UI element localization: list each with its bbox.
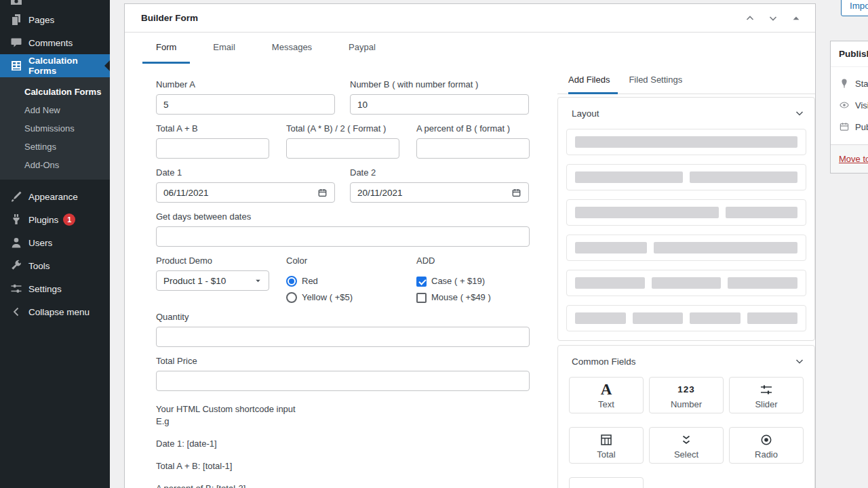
layout-option-wide-narrow[interactable] xyxy=(566,199,806,226)
submenu-item-submissions[interactable]: Submissions xyxy=(0,119,110,138)
calendar-picker-icon[interactable] xyxy=(511,188,521,198)
import-button[interactable]: Import xyxy=(841,0,868,16)
help-line: A percent of B: [total-3] xyxy=(156,483,530,488)
date-1-label: Date 1 xyxy=(156,167,335,178)
percent-b-label: A percent of B ( format ) xyxy=(416,123,530,134)
submenu-item-calculation-forms[interactable]: Calculation Forms xyxy=(0,83,110,101)
layout-option-3col[interactable] xyxy=(566,270,806,296)
tab-messages[interactable]: Messages xyxy=(258,33,326,64)
radio-option-label: Red xyxy=(302,276,318,287)
visibility-label: Visibility: xyxy=(855,100,868,110)
move-down-button[interactable] xyxy=(764,9,783,28)
number-a-value: 5 xyxy=(163,100,169,110)
sidebar-item-comments[interactable]: Comments xyxy=(0,31,110,54)
pages-icon xyxy=(9,13,23,26)
checkbox-icon[interactable] xyxy=(416,293,427,303)
layout-column-bar xyxy=(575,136,797,148)
layout-section-header[interactable]: Layout xyxy=(558,98,814,129)
chevron-down-icon xyxy=(794,356,805,367)
checkbox-icon[interactable] xyxy=(416,277,427,287)
sidebar-item-media[interactable] xyxy=(0,0,110,8)
checkbox-option-case[interactable]: Case ( + $19) xyxy=(416,276,530,287)
total-price-input[interactable] xyxy=(156,371,530,391)
quantity-input[interactable] xyxy=(156,327,530,347)
field-button-total[interactable]: Total xyxy=(569,427,644,464)
help-line: Your HTML Custom shortcode input xyxy=(156,403,530,415)
tab-paypal[interactable]: Paypal xyxy=(335,33,389,64)
comments-icon xyxy=(9,36,23,49)
layout-column-bar xyxy=(575,207,719,218)
field-button-label: Text xyxy=(598,399,614,409)
publish-panel: Publish Status: Visibility: Publish Move… xyxy=(830,41,868,174)
layout-section: Layout xyxy=(557,97,815,341)
product-demo-select[interactable]: Product 1 - $10 xyxy=(156,270,269,291)
date-1-value: 06/11/2021 xyxy=(163,188,209,198)
quantity-label: Quantity xyxy=(156,311,530,323)
submenu-item-add-new[interactable]: Add New xyxy=(0,101,110,119)
tab-add-fields[interactable]: Add Fileds xyxy=(568,64,618,94)
submenu-item-add-ons[interactable]: Add-Ons xyxy=(0,156,110,174)
radio-option-yellow[interactable]: Yellow ( +$5) xyxy=(286,292,399,303)
tab-field-settings[interactable]: Filed Settings xyxy=(629,64,690,94)
sidebar-item-plugins[interactable]: Plugins 1 xyxy=(0,208,110,231)
sidebar-item-calculation-forms[interactable]: Calculation Forms xyxy=(0,54,110,77)
sidebar-item-tools[interactable]: Tools xyxy=(0,254,110,277)
wordpress-admin-sidebar: Pages Comments Calculation Forms Calcula… xyxy=(0,0,110,488)
submenu-item-settings[interactable]: Settings xyxy=(0,138,110,156)
date-1-input[interactable]: 06/11/2021 xyxy=(156,182,335,203)
toggle-panel-button[interactable] xyxy=(787,9,806,28)
layout-option-narrow-wide[interactable] xyxy=(566,235,806,261)
sidebar-item-pages[interactable]: Pages xyxy=(0,8,110,31)
radio-icon[interactable] xyxy=(286,292,297,303)
sidebar-item-label: Pages xyxy=(28,15,54,25)
sidebar-item-users[interactable]: Users xyxy=(0,231,110,254)
total-ab-input[interactable] xyxy=(156,138,269,159)
sidebar-item-appearance[interactable]: Appearance xyxy=(0,185,110,208)
sidebar-item-label: Appearance xyxy=(28,192,78,202)
calendar-picker-icon[interactable] xyxy=(317,188,328,198)
percent-b-input[interactable] xyxy=(416,138,530,159)
field-button-label: Select xyxy=(674,449,698,460)
total-format-input[interactable] xyxy=(286,138,399,159)
move-to-trash-link[interactable]: Move to trash xyxy=(839,154,868,164)
radio-option-red[interactable]: Red xyxy=(286,276,399,287)
date-2-input[interactable]: 20/11/2021 xyxy=(350,182,529,203)
total-format-label: Total (A * B) / 2 ( Format ) xyxy=(286,123,399,134)
common-fields-header[interactable]: Common Fields xyxy=(558,346,814,377)
sidebar-item-label: Plugins xyxy=(28,215,58,225)
field-button-label: Slider xyxy=(755,399,777,409)
radio-icon[interactable] xyxy=(286,276,297,287)
move-up-button[interactable] xyxy=(741,9,760,28)
visibility-row: Visibility: xyxy=(831,94,868,116)
product-demo-label: Product Demo xyxy=(156,255,269,266)
help-line: Total A + B: [total-1] xyxy=(156,460,530,472)
help-line: E.g xyxy=(156,415,530,428)
collapse-menu-button[interactable]: Collapse menu xyxy=(0,300,110,323)
days-between-input[interactable] xyxy=(156,226,530,247)
checkbox-option-label: Mouse ( +$49 ) xyxy=(431,292,491,303)
total-price-label: Total Price xyxy=(156,355,530,367)
layout-column-bar xyxy=(690,171,797,183)
field-button-radio[interactable]: Radio xyxy=(729,427,804,464)
layout-option-4col[interactable] xyxy=(566,305,806,331)
field-button-select[interactable]: Select xyxy=(649,427,724,464)
field-button-text[interactable]: A Text xyxy=(569,377,644,413)
tab-form[interactable]: Form xyxy=(142,33,190,64)
number-b-input[interactable]: 10 xyxy=(350,94,529,115)
forms-icon xyxy=(9,59,23,73)
sidebar-item-settings[interactable]: Settings xyxy=(0,277,110,300)
builder-form-header: Builder Form xyxy=(125,4,815,33)
chevron-down-icon xyxy=(794,108,805,119)
slider-icon xyxy=(759,382,774,398)
total-ab-label: Total A + B xyxy=(156,123,269,134)
number-a-input[interactable]: 5 xyxy=(156,94,335,115)
field-button-partial[interactable] xyxy=(569,477,644,488)
tab-email[interactable]: Email xyxy=(199,33,249,64)
plugins-icon xyxy=(9,213,23,226)
checkbox-option-mouse[interactable]: Mouse ( +$49 ) xyxy=(416,292,530,303)
layout-option-1col[interactable] xyxy=(566,129,806,155)
layout-option-2col[interactable] xyxy=(566,164,806,190)
field-button-number[interactable]: 123 Number xyxy=(649,377,724,413)
field-button-slider[interactable]: Slider xyxy=(729,377,804,413)
publishing-actions: Move to trash xyxy=(831,144,868,173)
